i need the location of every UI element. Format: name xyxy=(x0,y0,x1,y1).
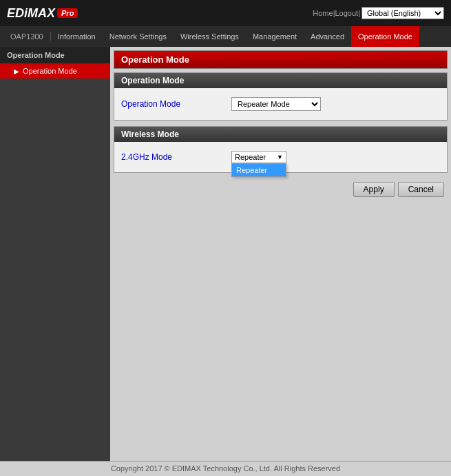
nav-item-network-settings[interactable]: Network Settings xyxy=(103,26,174,47)
wireless-mode-section-header: Wireless Mode xyxy=(114,127,447,142)
logo-text: EDiMAX xyxy=(7,6,55,21)
operation-mode-control: AP Mode Client Mode Repeater Mode WDS AP… xyxy=(231,97,440,111)
2ghz-dropdown-value: Repeater xyxy=(235,153,266,161)
language-select[interactable]: Global (English) xyxy=(361,7,444,19)
device-name: OAP1300 xyxy=(3,32,51,41)
operation-mode-section-header: Operation Mode xyxy=(114,73,447,88)
sidebar-item-label: Operation Mode xyxy=(23,67,77,75)
nav-item-advanced[interactable]: Advanced xyxy=(304,26,351,47)
cancel-button[interactable]: Cancel xyxy=(398,182,444,197)
header-links: Home | Logout | Global (English) xyxy=(313,7,444,19)
2ghz-mode-control: Repeater ▼ Repeater xyxy=(231,151,440,163)
separator2: | xyxy=(358,9,360,17)
sidebar: Operation Mode ▶ Operation Mode xyxy=(0,47,110,461)
operation-mode-select[interactable]: AP Mode Client Mode Repeater Mode WDS AP… xyxy=(231,97,321,111)
operation-mode-label[interactable]: Operation Mode xyxy=(121,99,231,109)
apply-button[interactable]: Apply xyxy=(353,182,395,197)
sidebar-group-title[interactable]: Operation Mode xyxy=(0,47,110,63)
2ghz-dropdown-trigger[interactable]: Repeater ▼ xyxy=(231,151,286,163)
nav-item-wireless-settings[interactable]: Wireless Settings xyxy=(174,26,246,47)
sidebar-item-operation-mode[interactable]: ▶ Operation Mode xyxy=(0,63,110,79)
chevron-down-icon: ▼ xyxy=(277,154,283,161)
nav-item-management[interactable]: Management xyxy=(246,26,304,47)
button-row: Apply Cancel xyxy=(114,178,448,200)
nav-item-information[interactable]: Information xyxy=(51,26,103,47)
logout-link[interactable]: Logout xyxy=(335,9,358,17)
operation-mode-row: Operation Mode AP Mode Client Mode Repea… xyxy=(121,94,440,114)
home-link[interactable]: Home xyxy=(313,9,333,17)
2ghz-mode-row: 2.4GHz Mode Repeater ▼ Repeater xyxy=(121,147,440,167)
sidebar-arrow-icon: ▶ xyxy=(14,68,19,75)
2ghz-dropdown-container: Repeater ▼ Repeater xyxy=(231,151,286,163)
2ghz-mode-label[interactable]: 2.4GHz Mode xyxy=(121,152,231,162)
sidebar-group-operation-mode: Operation Mode ▶ Operation Mode xyxy=(0,47,110,79)
wireless-mode-section: Wireless Mode 2.4GHz Mode Repeater ▼ Rep… xyxy=(114,126,448,173)
wireless-mode-section-body: 2.4GHz Mode Repeater ▼ Repeater xyxy=(114,142,447,172)
operation-mode-section: Operation Mode Operation Mode AP Mode Cl… xyxy=(114,72,448,121)
copyright-text: Copyright 2017 © EDIMAX Technology Co., … xyxy=(111,464,340,473)
content-area: Operation Mode Operation Mode Operation … xyxy=(110,47,451,461)
main-layout: Operation Mode ▶ Operation Mode Operatio… xyxy=(0,47,451,461)
logo: EDiMAX Pro xyxy=(7,6,78,21)
logo-pro: Pro xyxy=(57,8,78,18)
page-title: Operation Mode xyxy=(114,50,448,69)
2ghz-option-repeater[interactable]: Repeater xyxy=(232,164,286,176)
header: EDiMAX Pro Home | Logout | Global (Engli… xyxy=(0,0,451,26)
footer: Copyright 2017 © EDIMAX Technology Co., … xyxy=(0,461,451,476)
operation-mode-section-body: Operation Mode AP Mode Client Mode Repea… xyxy=(114,88,447,120)
nav-bar: OAP1300 Information Network Settings Wir… xyxy=(0,26,451,47)
nav-item-operation-mode[interactable]: Operation Mode xyxy=(351,26,419,47)
2ghz-dropdown-options: Repeater xyxy=(231,163,286,177)
